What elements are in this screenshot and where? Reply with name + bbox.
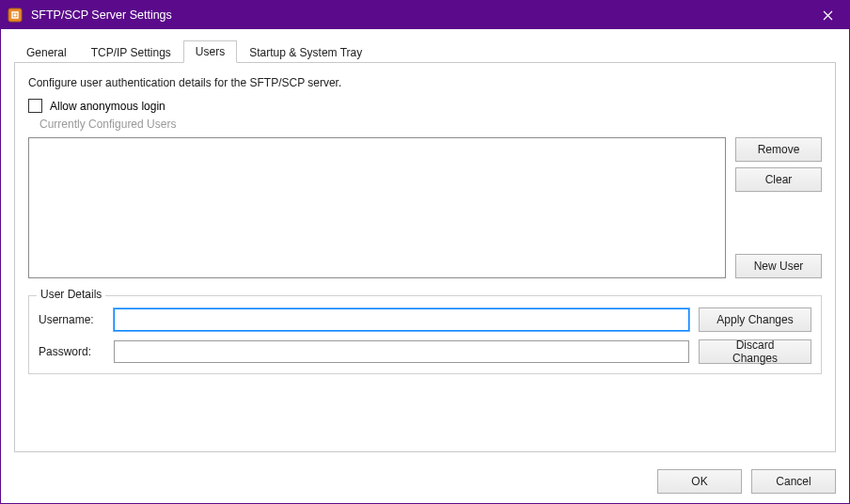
- allow-anonymous-checkbox[interactable]: [28, 99, 42, 113]
- password-label: Password:: [39, 345, 104, 358]
- password-input[interactable]: [114, 340, 689, 363]
- clear-button[interactable]: Clear: [735, 167, 822, 192]
- window-title: SFTP/SCP Server Settings: [31, 8, 806, 22]
- users-buttons: Remove Clear New User: [735, 137, 822, 278]
- configured-users-list[interactable]: [28, 137, 726, 278]
- username-label: Username:: [39, 313, 104, 326]
- tab-users[interactable]: Users: [183, 40, 237, 63]
- allow-anonymous-row: Allow anonymous login: [28, 99, 822, 113]
- allow-anonymous-label: Allow anonymous login: [50, 100, 165, 113]
- client-area: General TCP/IP Settings Users Startup & …: [1, 29, 849, 462]
- close-button[interactable]: [806, 1, 849, 29]
- page-description: Configure user authentication details fo…: [28, 76, 822, 89]
- ok-button[interactable]: OK: [657, 469, 742, 494]
- settings-window: SFTP/SCP Server Settings General TCP/IP …: [0, 0, 850, 504]
- tab-general[interactable]: General: [14, 41, 79, 63]
- users-tabpage: Configure user authentication details fo…: [14, 63, 836, 452]
- user-details-legend: User Details: [37, 288, 105, 301]
- cancel-button[interactable]: Cancel: [751, 469, 836, 494]
- tabstrip: General TCP/IP Settings Users Startup & …: [14, 39, 836, 63]
- user-details-group: User Details Username: Apply Changes Pas…: [28, 295, 822, 374]
- configured-users-legend: Currently Configured Users: [36, 118, 180, 131]
- remove-button[interactable]: Remove: [735, 137, 822, 162]
- app-icon: [7, 7, 24, 24]
- tab-tcpip-settings[interactable]: TCP/IP Settings: [79, 41, 183, 63]
- username-input[interactable]: [114, 308, 689, 331]
- titlebar: SFTP/SCP Server Settings: [1, 1, 849, 29]
- dialog-buttons: OK Cancel: [1, 462, 849, 503]
- apply-changes-button[interactable]: Apply Changes: [699, 307, 811, 332]
- new-user-button[interactable]: New User: [735, 254, 822, 278]
- discard-changes-button[interactable]: Discard Changes: [699, 339, 811, 364]
- configured-users-group: Currently Configured Users Remove Clear …: [28, 126, 822, 278]
- tab-startup-system-tray[interactable]: Startup & System Tray: [237, 41, 374, 63]
